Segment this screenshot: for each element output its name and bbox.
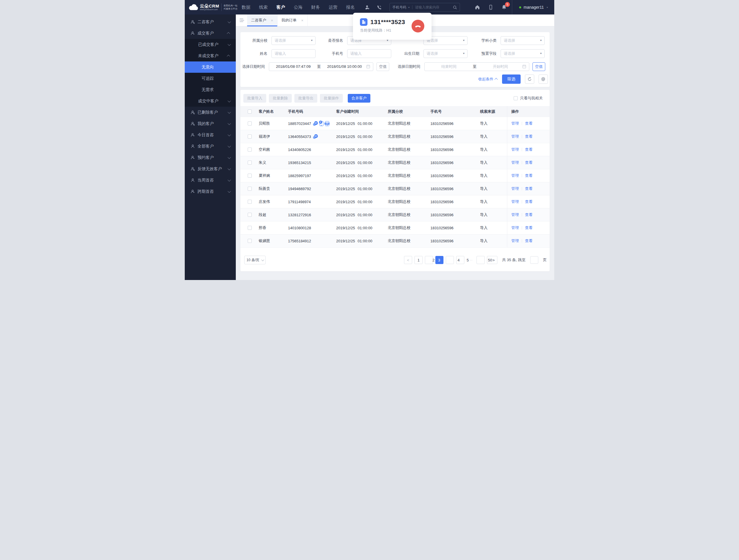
sidebar-item-no-demand[interactable]: 无需求 [185,84,236,96]
sidebar-item-appointment-customers[interactable]: 预约客户 [185,152,236,163]
nav-item-operations[interactable]: 运营 [329,5,337,10]
phone-input[interactable] [347,49,391,58]
manage-link[interactable]: 管理 [511,238,519,243]
view-link[interactable]: 查看 [525,238,533,243]
select-all-checkbox[interactable] [248,110,252,114]
close-icon[interactable]: × [271,18,273,23]
name-input[interactable] [272,49,315,58]
sidebar-item-second-consult-customers[interactable]: 二咨客户 [185,16,236,27]
row-checkbox[interactable] [248,187,252,191]
sidebar-item-cross-period-first-consult[interactable]: 跨期首咨 [185,186,236,197]
manage-link[interactable]: 管理 [511,212,519,217]
nav-item-customers[interactable]: 客户 [276,5,285,10]
row-checkbox[interactable] [248,174,252,178]
row-checkbox[interactable] [248,161,252,165]
batch-export-button[interactable]: 批量导出 [294,94,317,103]
page-button-3-active[interactable]: 2 3 [435,256,443,264]
row-checkbox[interactable] [248,239,252,243]
branch-select[interactable]: 请选择 ▼ [272,36,316,45]
nav-item-data[interactable]: 数据 [242,5,250,10]
sidebar-item-week-first-consult[interactable]: 当周首咨 [185,175,236,186]
close-icon[interactable]: × [301,18,304,23]
sidebar-item-invalid-feedback-customers[interactable]: 反馈无效客户 [185,163,236,175]
add-person-icon[interactable] [364,5,370,10]
manage-link[interactable]: 管理 [511,121,519,126]
view-link[interactable]: 查看 [525,212,533,217]
page-button-empty[interactable] [446,256,454,264]
mobile-icon[interactable] [488,4,494,10]
sidebar-item-deleted-customers[interactable]: 已删除客户 [185,107,236,118]
birthdate-select[interactable]: 请选择 ▼ [423,49,467,58]
sidebar-item-my-customers[interactable]: 我的客户 [185,118,236,129]
view-link[interactable]: 查看 [525,225,533,230]
sidebar-item-no-intention[interactable]: 无意向 [185,61,236,73]
jump-page-input[interactable] [530,256,538,264]
manage-link[interactable]: 管理 [511,199,519,204]
tab-second-consult-customers[interactable]: 二咨客户 × [247,14,278,26]
search-input[interactable] [415,5,451,10]
sidebar-item-deal-not-done[interactable]: 未成交客户 [185,50,236,61]
nav-item-public-pool[interactable]: 公海 [294,5,302,10]
refresh-button[interactable] [525,74,534,84]
manage-link[interactable]: 管理 [511,134,519,139]
filter-button[interactable]: 筛选 [502,74,521,84]
nav-item-leads[interactable]: 线索 [259,5,268,10]
view-link[interactable]: 查看 [525,199,533,204]
view-link[interactable]: 查看 [525,173,533,178]
manage-link[interactable]: 管理 [511,225,519,230]
date-range-picker-2[interactable]: 结束时间 至 开始时间 [424,62,529,71]
manage-link[interactable]: 管理 [511,160,519,165]
manage-link[interactable]: 管理 [511,186,519,191]
merge-customers-button[interactable]: 合并客户 [348,94,371,103]
row-checkbox[interactable] [248,135,252,139]
f-icon[interactable]: F [320,121,323,126]
collapse-conditions-link[interactable]: 收起条件 [478,76,498,82]
view-link[interactable]: 查看 [525,186,533,191]
prev-page-button[interactable]: < [404,256,412,264]
manage-link[interactable]: 管理 [511,147,519,152]
nav-item-finance[interactable]: 财务 [311,5,320,10]
call-phone-icon[interactable] [377,5,382,10]
view-link[interactable]: 查看 [525,121,533,126]
sidebar-item-deal-customers[interactable]: 成交客户 [185,27,236,39]
h7-icon[interactable]: H7 [313,134,318,139]
page-label-5[interactable]: 5 ·· [467,258,474,262]
hangup-button[interactable] [412,20,424,32]
brand-logo[interactable]: 云朵CRM www.yunduocrm.com 教育机构一站 式服务云平台 [185,3,236,11]
subject-subcategory-select[interactable]: 请选择 ▼ [500,36,545,45]
preset-field-select[interactable]: 请选择 ▼ [500,49,545,58]
batch-import-button[interactable]: 批量导入 [243,94,266,103]
h7-icon[interactable]: H7 [313,121,318,126]
view-link[interactable]: 查看 [525,160,533,165]
page-button-empty[interactable] [425,256,433,264]
batch-operate-button[interactable]: 批量操作 [320,94,343,103]
sidebar-item-all-customers[interactable]: 全部客户 [185,141,236,152]
only-mine-checkbox[interactable] [513,96,518,100]
batch-delete-button[interactable]: 批量删除 [269,94,292,103]
tab-my-orders[interactable]: 我的订单 × [278,14,308,26]
search-icon[interactable] [453,5,457,10]
empty-value-button-1[interactable]: 空值 [377,62,389,71]
tab-list-icon[interactable] [240,14,244,26]
row-checkbox[interactable] [248,226,252,230]
sidebar-item-trackable[interactable]: 可追踪 [185,73,236,84]
view-link[interactable]: 查看 [525,147,533,152]
page-button-1[interactable]: 1 [415,256,423,264]
row-checkbox[interactable] [248,213,252,217]
notification-bell-icon[interactable]: 5 [501,4,507,10]
page-button-empty[interactable] [476,256,485,264]
per-page-select[interactable]: 10 条/页 [244,256,266,264]
sidebar-item-deal-done[interactable]: 已成交客户 [185,39,236,50]
date-range-picker-1[interactable]: 2018/01/08 07:47:09 至 2018/01/08 10:00:0… [269,62,373,71]
row-checkbox[interactable] [248,148,252,152]
sidebar-item-today-first-consult[interactable]: 今日首咨 [185,129,236,141]
view-link[interactable]: 查看 [525,134,533,139]
last-page-button[interactable]: 50 > [487,256,497,264]
page-button-4[interactable]: 4 [456,256,464,264]
row-checkbox[interactable] [248,122,252,126]
search-category-select[interactable]: 手机号码 ▼ [393,5,410,10]
row-checkbox[interactable] [248,200,252,204]
nav-item-enrollment[interactable]: 报名 [346,5,355,10]
home-icon[interactable] [474,4,480,10]
app-icon[interactable]: APP [325,121,329,126]
